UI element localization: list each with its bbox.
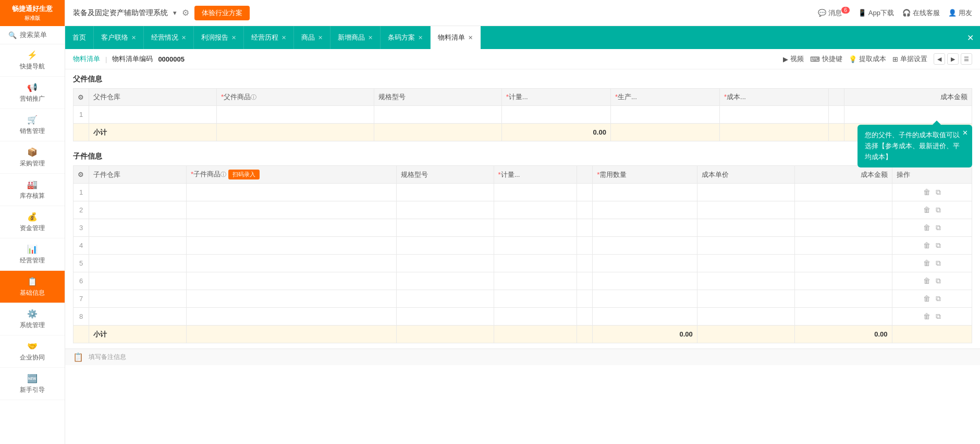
- close-bom-icon[interactable]: ✕: [468, 34, 473, 41]
- child-unit-cell[interactable]: [494, 272, 577, 290]
- delete-icon[interactable]: 🗑: [923, 223, 930, 232]
- child-unit-cost-cell[interactable]: [697, 219, 794, 237]
- tab-home[interactable]: 首页: [65, 26, 94, 49]
- online-service-button[interactable]: 🎧 在线客服: [902, 8, 940, 18]
- sidebar-item-enterprise[interactable]: 🤝 企业协同: [0, 335, 65, 368]
- sidebar-search[interactable]: 🔍 搜索菜单: [0, 26, 65, 44]
- delete-icon[interactable]: 🗑: [923, 259, 930, 267]
- child-product-cell[interactable]: [186, 290, 396, 308]
- copy-icon[interactable]: ⧉: [936, 188, 941, 196]
- child-warehouse-cell[interactable]: [89, 201, 187, 219]
- child-warehouse-cell[interactable]: [89, 308, 187, 326]
- shortcuts-button[interactable]: ⌨ 快捷键: [810, 54, 842, 64]
- delete-icon[interactable]: 🗑: [923, 312, 930, 320]
- user-button[interactable]: 👤 用友: [948, 8, 972, 18]
- child-spec-cell[interactable]: [396, 184, 494, 201]
- close-profit-icon[interactable]: ✕: [231, 34, 236, 41]
- tab-customers[interactable]: 客户联络✕: [94, 26, 144, 49]
- child-unit-cell[interactable]: [494, 201, 577, 219]
- sidebar-item-basic-info[interactable]: 📋 基础信息: [0, 271, 65, 303]
- parent-warehouse-cell[interactable]: [89, 106, 217, 124]
- sidebar-item-finance[interactable]: 💰 资金管理: [0, 206, 65, 238]
- system-selector[interactable]: ▾: [173, 9, 177, 17]
- child-quantity-cell[interactable]: [593, 308, 697, 326]
- tab-new-products[interactable]: 新增商品✕: [330, 26, 381, 49]
- child-unit-cell[interactable]: [494, 308, 577, 326]
- copy-icon[interactable]: ⧉: [936, 294, 941, 303]
- child-quantity-cell[interactable]: [593, 290, 697, 308]
- next-arrow[interactable]: ▶: [947, 53, 959, 65]
- parent-production-cell[interactable]: [610, 106, 719, 124]
- child-unit-cell[interactable]: [494, 237, 577, 255]
- delete-icon[interactable]: 🗑: [923, 241, 930, 249]
- sidebar-item-purchase[interactable]: 📦 采购管理: [0, 141, 65, 174]
- child-warehouse-cell[interactable]: [89, 219, 187, 237]
- child-unit-cost-cell[interactable]: [697, 255, 794, 272]
- tab-products[interactable]: 商品✕: [294, 26, 330, 49]
- child-product-cell[interactable]: [186, 272, 396, 290]
- copy-icon[interactable]: ⧉: [936, 312, 941, 320]
- copy-icon[interactable]: ⧉: [936, 223, 941, 232]
- child-unit-cell[interactable]: [494, 184, 577, 201]
- child-unit-cost-cell[interactable]: [697, 184, 794, 201]
- child-spec-cell[interactable]: [396, 308, 494, 326]
- tooltip-close-button[interactable]: ✕: [962, 128, 968, 139]
- tab-history[interactable]: 经营历程✕: [244, 26, 294, 49]
- tab-operation[interactable]: 经营情况✕: [144, 26, 194, 49]
- sidebar-item-business[interactable]: 📊 经营管理: [0, 238, 65, 271]
- sidebar-item-quick-nav[interactable]: ⚡ 快捷导航: [0, 44, 65, 77]
- breadcrumb-bom[interactable]: 物料清单: [73, 54, 100, 64]
- child-quantity-cell[interactable]: [593, 201, 697, 219]
- sidebar-item-sales[interactable]: 🛒 销售管理: [0, 109, 65, 141]
- child-product-cell[interactable]: [186, 219, 396, 237]
- child-product-cell[interactable]: [186, 201, 396, 219]
- parent-unit-cell[interactable]: [501, 106, 610, 124]
- th-child-settings[interactable]: ⚙: [74, 166, 89, 184]
- video-button[interactable]: ▶ 视频: [783, 54, 804, 64]
- child-spec-cell[interactable]: [396, 272, 494, 290]
- copy-icon[interactable]: ⧉: [936, 277, 941, 285]
- copy-icon[interactable]: ⧉: [936, 259, 941, 267]
- messages-button[interactable]: 💬 消息 6: [818, 8, 850, 18]
- child-quantity-cell[interactable]: [593, 272, 697, 290]
- sidebar-item-guide[interactable]: 🆕 新手引导: [0, 368, 65, 400]
- sidebar-item-inventory[interactable]: 🏭 库存核算: [0, 174, 65, 206]
- parent-product-cell[interactable]: [216, 106, 374, 124]
- sidebar-item-marketing[interactable]: 📢 营销推广: [0, 77, 65, 109]
- scan-button[interactable]: 扫码录入: [228, 170, 260, 179]
- th-parent-settings[interactable]: ⚙: [74, 89, 89, 106]
- child-product-cell[interactable]: [186, 255, 396, 272]
- child-warehouse-cell[interactable]: [89, 272, 187, 290]
- child-unit-cost-cell[interactable]: [697, 290, 794, 308]
- child-quantity-cell[interactable]: [593, 237, 697, 255]
- child-unit-cell[interactable]: [494, 255, 577, 272]
- sidebar-item-system[interactable]: ⚙️ 系统管理: [0, 303, 65, 335]
- child-spec-cell[interactable]: [396, 219, 494, 237]
- child-unit-cost-cell[interactable]: [697, 272, 794, 290]
- child-warehouse-cell[interactable]: [89, 184, 187, 201]
- child-warehouse-cell[interactable]: [89, 290, 187, 308]
- child-product-cell[interactable]: [186, 184, 396, 201]
- copy-icon[interactable]: ⧉: [936, 206, 941, 214]
- parent-cost-cell[interactable]: [719, 106, 828, 124]
- copy-icon[interactable]: ⧉: [936, 241, 941, 249]
- child-quantity-cell[interactable]: [593, 219, 697, 237]
- delete-icon[interactable]: 🗑: [923, 294, 930, 303]
- close-barcode-icon[interactable]: ✕: [418, 34, 423, 41]
- tab-profit[interactable]: 利润报告✕: [194, 26, 244, 49]
- single-settings-button[interactable]: ⊞ 单据设置: [892, 54, 927, 64]
- child-spec-cell[interactable]: [396, 290, 494, 308]
- child-spec-cell[interactable]: [396, 255, 494, 272]
- child-unit-cost-cell[interactable]: [697, 201, 794, 219]
- tab-barcode[interactable]: 条码方案✕: [381, 26, 431, 49]
- child-unit-cell[interactable]: [494, 290, 577, 308]
- child-unit-cost-cell[interactable]: [697, 308, 794, 326]
- delete-icon[interactable]: 🗑: [923, 206, 930, 214]
- close-customers-icon[interactable]: ✕: [131, 34, 136, 41]
- prev-arrow[interactable]: ◀: [934, 53, 945, 65]
- child-quantity-cell[interactable]: [593, 255, 697, 272]
- child-unit-cost-cell[interactable]: [697, 237, 794, 255]
- settings-icon[interactable]: ⚙: [182, 8, 189, 18]
- menu-arrow[interactable]: ☰: [961, 53, 972, 65]
- trial-button[interactable]: 体验行业方案: [194, 6, 250, 20]
